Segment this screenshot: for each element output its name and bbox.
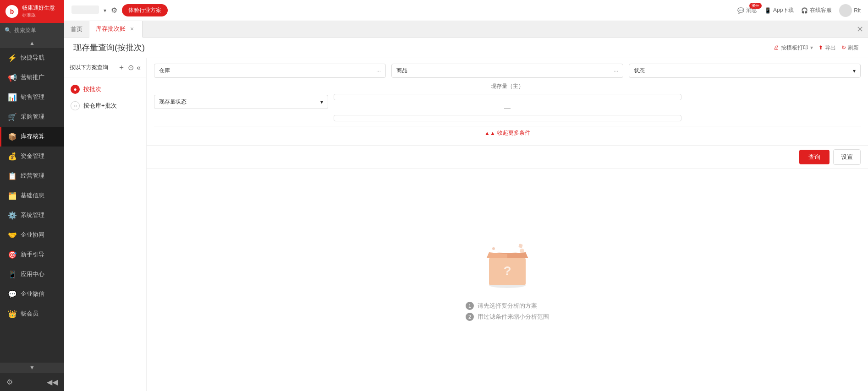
empty-state: ? 1 请先选择要分析的方案 2: [147, 169, 868, 391]
nav-label-2: 销售管理: [21, 93, 44, 101]
sidebar-item-库存核算[interactable]: 📦库存核算: [0, 127, 64, 147]
service-icon: 🎧: [801, 7, 808, 14]
warehouse-more-icon[interactable]: ···: [376, 68, 381, 74]
warehouse-input[interactable]: 仓库 ···: [154, 64, 386, 78]
online-service-btn[interactable]: 🎧 在线客服: [801, 6, 832, 14]
company-name: 畅康通好生意: [22, 5, 55, 12]
collapse-filters-btn[interactable]: ▲▲ 收起更多条件: [154, 126, 861, 140]
tab-close-btn[interactable]: ×: [128, 25, 136, 33]
scheme-add-btn[interactable]: ＋: [118, 63, 125, 72]
product-label: 商品: [396, 67, 407, 75]
breadcrumb-input: [71, 5, 99, 14]
sidebar-item-销售管理[interactable]: 📊销售管理: [0, 87, 64, 107]
scheme-item-1[interactable]: ○按仓库+批次: [64, 98, 146, 114]
nav-icon-5: 💰: [8, 152, 17, 161]
topbar-dropdown-btn[interactable]: ▾: [104, 7, 106, 14]
edition-label: 标准版: [22, 12, 55, 18]
nav-label-8: 系统管理: [21, 211, 44, 219]
topbar-gear-btn[interactable]: ⚙: [111, 6, 117, 15]
sidebar-item-经营管理[interactable]: 📋经营管理: [0, 166, 64, 186]
sidebar-nav: ⚡快捷导航📢营销推广📊销售管理🛒采购管理📦库存核算💰资金管理📋经营管理🗂️基础信…: [0, 48, 64, 363]
scroll-down-btn[interactable]: ▼: [0, 363, 64, 373]
user-name: Rit: [854, 7, 861, 14]
sidebar-item-营销推广[interactable]: 📢营销推广: [0, 68, 64, 87]
nav-label-3: 采购管理: [21, 113, 44, 121]
stock-status-select[interactable]: 现存量状态 ▾: [154, 95, 328, 109]
settings-btn[interactable]: 设置: [833, 149, 861, 165]
scroll-up-btn[interactable]: ▲: [0, 38, 64, 48]
sidebar-item-应用中心[interactable]: 📱应用中心: [0, 265, 64, 284]
sidebar-item-企业协同[interactable]: 🤝企业协同: [0, 225, 64, 245]
quantity-dash: —: [504, 104, 511, 111]
query-btn[interactable]: 查询: [799, 150, 830, 164]
scheme-panel-title: 按以下方案查询: [70, 64, 108, 71]
nav-icon-1: 📢: [8, 73, 17, 82]
topbar-right: 💬 消息 99+ 📱 App下载 🎧 在线客服 Rit: [737, 4, 861, 17]
refresh-btn[interactable]: ↻ 刷新: [841, 44, 859, 52]
scheme-items-list: ●按批次○按仓库+批次: [64, 77, 146, 118]
scheme-item-0[interactable]: ●按批次: [64, 81, 146, 98]
tab-home[interactable]: 首页: [64, 21, 89, 38]
product-more-icon[interactable]: ···: [614, 68, 618, 74]
export-btn[interactable]: ⬆ 导出: [819, 44, 836, 52]
stock-quantity-field: 现存量（主） —: [334, 82, 681, 121]
close-panel-btn[interactable]: ✕: [852, 24, 868, 34]
refresh-label: 刷新: [848, 44, 859, 52]
nav-label-4: 库存核算: [21, 132, 44, 141]
scheme-panel-actions: ＋ ⊙ «: [118, 63, 141, 72]
warehouse-label: 仓库: [159, 67, 170, 75]
print-icon: 🖨: [774, 44, 779, 51]
nav-icon-2: 📊: [8, 93, 17, 102]
tab-inventory-label: 库存批次账: [96, 25, 126, 33]
sidebar-item-采购管理[interactable]: 🛒采购管理: [0, 107, 64, 127]
page-header: 现存量查询(按批次) 🖨 按模板打印 ▾ ⬆ 导出 ↻ 刷新: [64, 38, 868, 58]
stock-quantity-to[interactable]: [334, 115, 681, 121]
settings-icon[interactable]: ⚙: [6, 378, 13, 386]
collapse-up-icon: ▲▲: [484, 130, 495, 136]
sidebar-item-企业微信[interactable]: 💬企业微信: [0, 284, 64, 304]
sidebar-item-基础信息[interactable]: 🗂️基础信息: [0, 186, 64, 206]
nav-label-7: 基础信息: [21, 191, 44, 200]
user-avatar[interactable]: Rit: [839, 4, 861, 17]
status-select[interactable]: 状态 ▾: [629, 64, 861, 78]
nav-label-5: 资金管理: [21, 152, 44, 160]
hint-num-2: 2: [466, 313, 474, 321]
status-dropdown-icon: ▾: [853, 68, 856, 74]
svg-point-4: [492, 247, 495, 250]
online-service-label: 在线客服: [810, 6, 832, 14]
filter-row-2: 现存量状态 ▾ 现存量（主） —: [154, 82, 861, 121]
nav-icon-7: 🗂️: [8, 191, 17, 200]
print-btn[interactable]: 🖨 按模板打印 ▾: [774, 44, 813, 52]
stock-status-field: 现存量状态 ▾: [154, 95, 328, 109]
scheme-collapse-btn[interactable]: «: [137, 64, 141, 72]
sidebar-item-系统管理[interactable]: ⚙️系统管理: [0, 206, 64, 225]
message-icon: 💬: [737, 7, 744, 14]
empty-hint-2: 2 用过滤条件来缩小分析范围: [466, 313, 549, 321]
empty-hint-1: 1 请先选择要分析的方案: [466, 302, 549, 310]
svg-rect-5: [518, 244, 523, 248]
scheme-panel-header: 按以下方案查询 ＋ ⊙ «: [64, 58, 146, 77]
search-icon: 🔍: [5, 27, 11, 33]
sidebar-search[interactable]: 🔍 搜索菜单: [0, 23, 64, 38]
scheme-label-0: 按批次: [83, 85, 101, 93]
sidebar-item-新手引导[interactable]: 🎯新手引导: [0, 245, 64, 265]
print-dropdown-icon[interactable]: ▾: [810, 44, 813, 51]
experience-btn[interactable]: 体验行业方案: [122, 4, 168, 16]
nav-label-0: 快捷导航: [21, 54, 44, 62]
sidebar-item-畅会员[interactable]: 👑畅会员: [0, 304, 64, 324]
scheme-icon-0: ●: [71, 85, 80, 94]
sidebar-item-快捷导航[interactable]: ⚡快捷导航: [0, 48, 64, 68]
tab-inventory-batch[interactable]: 库存批次账 ×: [89, 21, 143, 38]
svg-text:?: ?: [503, 264, 511, 278]
stock-quantity-from[interactable]: [334, 94, 681, 100]
status-label: 状态: [634, 67, 645, 75]
app-download-btn[interactable]: 📱 App下载: [764, 6, 794, 14]
sidebar-item-资金管理[interactable]: 💰资金管理: [0, 147, 64, 166]
topbar-left: ▾ ⚙ 体验行业方案: [71, 4, 168, 16]
message-btn[interactable]: 💬 消息 99+: [737, 6, 757, 14]
product-input[interactable]: 商品 ···: [391, 64, 623, 78]
scheme-settings-btn[interactable]: ⊙: [128, 63, 134, 72]
message-badge: 99+: [749, 3, 762, 9]
print-label: 按模板打印: [781, 44, 808, 52]
collapse-sidebar-icon[interactable]: ◀◀: [47, 378, 58, 386]
